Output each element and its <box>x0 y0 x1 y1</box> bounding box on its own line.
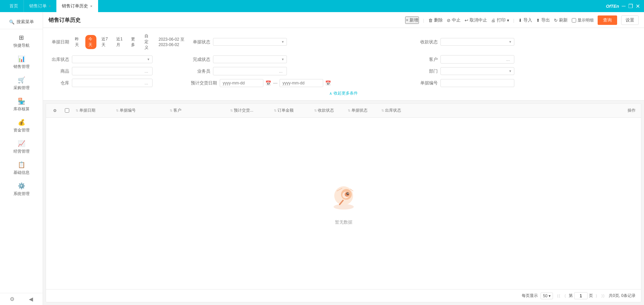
refresh-btn[interactable]: ↻ 刷新 <box>554 17 568 23</box>
delete-btn[interactable]: 🗑 删除 <box>428 17 443 23</box>
prev-page-btn[interactable]: ⟨ <box>563 293 567 299</box>
sidebar-collapse-btn[interactable]: ◀ <box>29 296 33 302</box>
th-amount[interactable]: ⇅ 订单金额 <box>271 108 311 113</box>
sidebar-item-quick-nav[interactable]: ⊞ 快捷导航 <box>0 31 43 52</box>
last-page-btn[interactable]: ⟩⟩ <box>600 293 606 299</box>
th-checkbox[interactable] <box>61 108 73 113</box>
delivery-date-from[interactable] <box>220 79 263 87</box>
salesman-ellipsis-btn[interactable]: ... <box>277 69 284 74</box>
th-date[interactable]: ⇅ 单据日期 <box>73 108 113 113</box>
delivery-date-to[interactable] <box>280 79 323 87</box>
sidebar-item-sales-mgmt[interactable]: 📊 销售管理 <box>0 52 43 73</box>
calendar-to-icon[interactable]: 📅 <box>325 80 331 86</box>
th-outbound[interactable]: ⇅ 出库状态 <box>379 108 416 113</box>
sidebar-item-operations-mgmt[interactable]: 📈 经营管理 <box>0 137 43 158</box>
tab-sales-order-close[interactable]: × <box>49 4 51 8</box>
sidebar-settings-btn[interactable]: ⚙ <box>10 296 14 302</box>
current-page-input[interactable] <box>574 292 588 299</box>
next-page-btn[interactable]: ⟩ <box>594 293 599 299</box>
purchase-mgmt-icon: 🛒 <box>18 76 25 84</box>
sidebar-item-finance-mgmt[interactable]: 💰 资金管理 <box>0 115 43 137</box>
cancel-stop-btn[interactable]: ↩ 取消中止 <box>465 17 487 23</box>
department-select[interactable]: ▾ <box>440 67 514 75</box>
print-btn[interactable]: 🖨 打印 ▾ <box>491 17 509 23</box>
th-order-no[interactable]: ⇅ 单据编号 <box>113 108 167 113</box>
filter-row-2: 出库状态 ▾ 完成状态 ▾ 客户 <box>48 55 639 64</box>
sort-date-icon: ⇅ <box>76 109 78 112</box>
export-btn[interactable]: ⬆ 导出 <box>536 17 550 23</box>
first-page-btn[interactable]: ⟨⟨ <box>556 293 562 299</box>
tab-sales-order-history[interactable]: 销售订单历史 × <box>56 0 98 12</box>
restore-icon[interactable]: ❐ <box>628 3 633 9</box>
sidebar-item-base-info[interactable]: 📋 基础信息 <box>0 158 43 179</box>
date-btn-more[interactable]: 更多 <box>128 35 139 49</box>
show-details-checkbox[interactable] <box>572 18 576 23</box>
toolbar: + 新增 | 🗑 删除 ⊘ 中止 ↩ 取消中止 🖨 打印 ▾ <box>405 15 639 25</box>
date-btn-today[interactable]: 今天 <box>85 35 97 49</box>
sort-order-icon: ⇅ <box>116 109 119 112</box>
quick-nav-icon: ⊞ <box>19 34 24 41</box>
product-ellipsis-btn[interactable]: ... <box>143 69 149 74</box>
sidebar-item-purchase-mgmt[interactable]: 🛒 采购管理 <box>0 73 43 94</box>
refresh-icon: ↻ <box>554 18 558 23</box>
stop-btn[interactable]: ⊘ 中止 <box>447 17 461 23</box>
stop-icon: ⊘ <box>447 18 450 23</box>
finance-mgmt-icon: 💰 <box>18 119 25 126</box>
salesman-label: 业务员 <box>189 68 213 74</box>
filter-row-3: 商品 ... 业务员 ... 部门 <box>48 67 639 75</box>
th-settings[interactable]: ⚙ <box>49 108 61 113</box>
date-dash: — <box>273 80 277 85</box>
th-customer[interactable]: ⇅ 客户 <box>167 108 227 113</box>
sidebar-item-inventory-calc[interactable]: 🏪 库存核算 <box>0 94 43 115</box>
top-bar: 首页 销售订单 × 销售订单历史 × OfTEn ─ ❐ ✕ <box>0 0 644 12</box>
page-nav: ⟨⟨ ⟨ 第 页 ⟩ ⟩⟩ <box>556 292 606 299</box>
payment-status-select[interactable]: ▾ <box>440 38 514 46</box>
order-status-select[interactable]: ▾ <box>213 38 287 46</box>
completion-status-select[interactable]: ▾ <box>213 55 287 63</box>
warehouse-label: 仓库 <box>48 80 72 86</box>
order-status-label: 单据状态 <box>189 39 213 45</box>
sort-status-icon: ⇅ <box>348 109 350 112</box>
date-btn-custom[interactable]: 自定义 <box>141 32 155 52</box>
show-details-label[interactable]: 显示明细 <box>572 17 594 23</box>
customer-ellipsis-btn[interactable]: ... <box>505 57 511 62</box>
table-header: ⚙ ⇅ 单据日期 ⇅ 单据编号 ⇅ 客户 ⇅ 预计交货. <box>46 104 641 118</box>
empty-state-text: 暂无数据 <box>335 219 352 225</box>
sidebar-item-operations-mgmt-label: 经营管理 <box>13 149 30 154</box>
th-delivery[interactable]: ⇅ 预计交货... <box>227 108 271 113</box>
operations-mgmt-icon: 📈 <box>18 140 25 147</box>
total-records-label: 共0页, 0条记录 <box>609 293 636 299</box>
collapse-btn[interactable]: ∧ 收起更多条件 <box>48 90 639 96</box>
minimize-icon[interactable]: ─ <box>622 3 626 9</box>
sales-mgmt-icon: 📊 <box>18 55 25 63</box>
sort-outbound-icon: ⇅ <box>381 109 384 112</box>
outbound-status-select[interactable]: ▾ <box>72 55 153 63</box>
page-size-label: 每页显示 <box>522 293 538 299</box>
sidebar-item-purchase-mgmt-label: 采购管理 <box>13 85 30 91</box>
tab-sales-order-history-close[interactable]: × <box>90 4 92 8</box>
page-size-select[interactable]: 50 ▾ <box>541 293 553 299</box>
import-btn[interactable]: ⬇ 导入 <box>518 17 532 23</box>
th-status[interactable]: ⇅ 单据状态 <box>345 108 379 113</box>
sidebar-search-menu[interactable]: 🔍 搜索菜单 <box>0 15 43 29</box>
date-btn-yesterday[interactable]: 昨天 <box>72 35 83 49</box>
table-body: 暂无数据 <box>46 118 641 289</box>
cancel-stop-icon: ↩ <box>465 18 468 23</box>
table-footer: 每页显示 50 ▾ ⟨⟨ ⟨ 第 页 ⟩ ⟩⟩ 共0页, 0条记录 <box>46 289 641 302</box>
tab-home[interactable]: 首页 <box>4 0 24 12</box>
new-btn[interactable]: + 新增 <box>405 16 419 24</box>
close-window-icon[interactable]: ✕ <box>636 3 640 9</box>
sidebar-item-system-mgmt[interactable]: ⚙️ 系统管理 <box>0 179 43 200</box>
tabs-area: 首页 销售订单 × 销售订单历史 × <box>4 0 98 12</box>
th-payment[interactable]: ⇅ 收款状态 <box>311 108 345 113</box>
date-btn-1month[interactable]: 近1月 <box>113 35 126 49</box>
select-all-checkbox[interactable] <box>65 108 69 113</box>
sort-delivery-icon: ⇅ <box>230 109 233 112</box>
date-btn-7days[interactable]: 近7天 <box>98 35 111 49</box>
order-no-input[interactable] <box>440 79 514 87</box>
warehouse-ellipsis-btn[interactable]: ... <box>143 80 149 85</box>
tab-sales-order[interactable]: 销售订单 × <box>24 0 56 12</box>
calendar-from-icon[interactable]: 📅 <box>265 80 271 86</box>
settings-btn[interactable]: 设置 <box>621 15 639 25</box>
query-btn[interactable]: 查询 <box>598 15 617 25</box>
